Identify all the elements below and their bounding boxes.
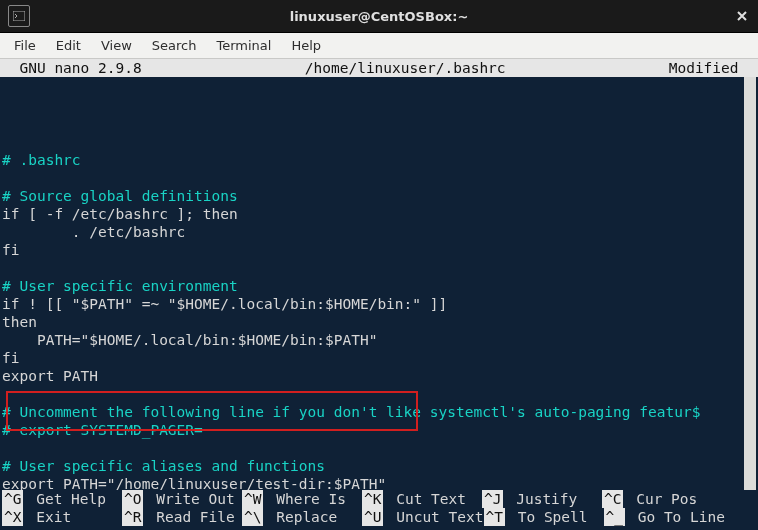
shortcut-item: ^U Uncut Text: [362, 508, 484, 526]
editor-line: fi: [2, 349, 756, 367]
terminal-icon: [8, 5, 30, 27]
terminal-window: linuxuser@CentOSBox:~ File Edit View Sea…: [0, 0, 758, 530]
shortcut-label: Exit: [27, 508, 71, 526]
close-button[interactable]: [726, 0, 758, 32]
shortcut-key: ^J: [482, 490, 503, 508]
editor-line: export PATH="/home/linuxuser/test-dir:$P…: [2, 475, 756, 490]
editor-line: [2, 169, 756, 187]
nano-status: Modified: [669, 59, 756, 77]
editor-line: export PATH: [2, 367, 756, 385]
editor-line: # .bashrc: [2, 151, 756, 169]
editor-line: # User specific aliases and functions: [2, 457, 756, 475]
editor-line: . /etc/bashrc: [2, 223, 756, 241]
menu-help[interactable]: Help: [281, 34, 331, 57]
shortcut-item: ^G Get Help: [2, 490, 122, 508]
shortcut-key: ^R: [122, 508, 143, 526]
shortcut-label: Write Out: [147, 490, 234, 508]
shortcut-item: ^W Where Is: [242, 490, 362, 508]
scrollbar[interactable]: [744, 77, 756, 490]
shortcut-key: ^U: [362, 508, 383, 526]
nano-filepath: /home/linuxuser/.bashrc: [142, 59, 669, 77]
shortcut-item: ^\ Replace: [242, 508, 362, 526]
shortcut-label: Read File: [147, 508, 234, 526]
svg-rect-0: [13, 11, 25, 21]
menu-terminal[interactable]: Terminal: [206, 34, 281, 57]
editor-line: [2, 439, 756, 457]
close-icon: [736, 10, 748, 22]
window-title: linuxuser@CentOSBox:~: [0, 9, 758, 24]
editor-area[interactable]: # .bashrc# Source global definitionsif […: [0, 77, 758, 490]
shortcut-item: ^X Exit: [2, 508, 122, 526]
shortcut-key: ^\: [242, 508, 263, 526]
editor-line: [2, 133, 756, 151]
shortcut-label: Cur Pos: [627, 490, 697, 508]
menu-edit[interactable]: Edit: [46, 34, 91, 57]
shortcut-item: ^J Justify: [482, 490, 602, 508]
editor-line: then: [2, 313, 756, 331]
shortcut-key: ^T: [484, 508, 505, 526]
editor-line: PATH="$HOME/.local/bin:$HOME/bin:$PATH": [2, 331, 756, 349]
shortcut-key: ^W: [242, 490, 263, 508]
editor-line: [2, 259, 756, 277]
editor-line: fi: [2, 241, 756, 259]
shortcut-label: Replace: [267, 508, 337, 526]
shortcut-item: ^R Read File: [122, 508, 242, 526]
shortcut-bar: ^G Get Help^O Write Out^W Where Is^K Cut…: [0, 490, 758, 530]
shortcut-item: ^_ Go To Line: [604, 508, 726, 526]
window-titlebar: linuxuser@CentOSBox:~: [0, 0, 758, 33]
shortcut-key: ^X: [2, 508, 23, 526]
shortcut-key: ^_: [604, 508, 625, 526]
shortcut-label: Uncut Text: [387, 508, 483, 526]
shortcut-item: ^T To Spell: [484, 508, 604, 526]
shortcut-row-1: ^G Get Help^O Write Out^W Where Is^K Cut…: [2, 490, 756, 508]
menubar: File Edit View Search Terminal Help: [0, 33, 758, 59]
menu-file[interactable]: File: [4, 34, 46, 57]
menu-search[interactable]: Search: [142, 34, 207, 57]
menu-view[interactable]: View: [91, 34, 142, 57]
editor-line: # Source global definitions: [2, 187, 756, 205]
shortcut-label: Cut Text: [387, 490, 466, 508]
nano-header-bar: GNU nano 2.9.8 /home/linuxuser/.bashrc M…: [0, 59, 758, 77]
shortcut-key: ^G: [2, 490, 23, 508]
editor-line: # User specific environment: [2, 277, 756, 295]
shortcut-item: ^K Cut Text: [362, 490, 482, 508]
editor-line: if ! [[ "$PATH" =~ "$HOME/.local/bin:$HO…: [2, 295, 756, 313]
nano-version: GNU nano 2.9.8: [2, 59, 142, 77]
shortcut-label: Where Is: [267, 490, 346, 508]
shortcut-label: Justify: [507, 490, 577, 508]
editor-line: if [ -f /etc/bashrc ]; then: [2, 205, 756, 223]
shortcut-item: ^C Cur Pos: [602, 490, 722, 508]
shortcut-key: ^O: [122, 490, 143, 508]
shortcut-key: ^C: [602, 490, 623, 508]
highlight-box: [6, 391, 418, 431]
shortcut-item: ^O Write Out: [122, 490, 242, 508]
shortcut-label: Go To Line: [629, 508, 725, 526]
shortcut-label: Get Help: [27, 490, 106, 508]
shortcut-row-2: ^X Exit^R Read File^\ Replace^U Uncut Te…: [2, 508, 756, 526]
shortcut-label: To Spell: [509, 508, 588, 526]
shortcut-key: ^K: [362, 490, 383, 508]
